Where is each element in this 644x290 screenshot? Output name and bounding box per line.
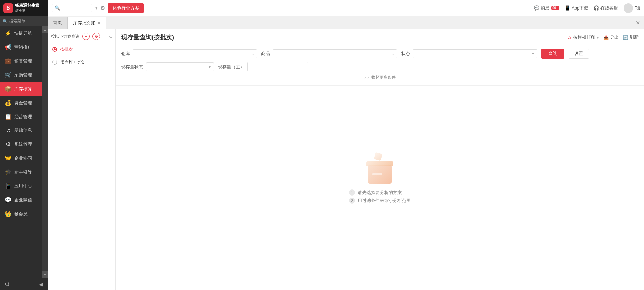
settings-icon: ⚙ (95, 34, 98, 39)
sidebar: 6 畅康通好生意 标准版 🔍 搜索菜单 ⚡ 快捷导航 📢 营销推广 💼 销售管理 (0, 0, 48, 290)
collapse-filter-btn[interactable]: « (109, 34, 112, 39)
empty-tip-1: 1 请先选择要分析的方案 (349, 189, 411, 196)
sidebar-item-newbie[interactable]: 🎓 新手引导 (0, 165, 42, 179)
topbar-search-icon: 🔍 (55, 5, 60, 11)
user-avatar-btn[interactable]: Rit (624, 3, 640, 13)
warehouse-label: 仓库 (121, 51, 130, 57)
edition-label: 标准版 (15, 8, 44, 13)
stock-qty-label: 现存量（主） (218, 64, 244, 70)
logo-icon: 6 (3, 3, 13, 13)
sidebar-item-inventory[interactable]: 📦 库存核算 (0, 82, 42, 96)
dropdown-icon[interactable]: ▾ (95, 5, 98, 11)
collapse-up-icon: ∧∧ (364, 75, 370, 80)
print-btn[interactable]: 🖨 按模板打印 ▾ (567, 34, 599, 40)
add-filter-btn[interactable]: + (82, 33, 90, 40)
sidebar-item-operations[interactable]: 📋 经营管理 (0, 110, 42, 124)
warehouse-field: 仓库 ··· (121, 49, 257, 58)
empty-tips: 1 请先选择要分析的方案 2 用过滤条件来缩小分析范围 (349, 189, 411, 204)
stock-status-field: 现存量状态 ▾ (121, 62, 214, 71)
goods-input-wrap[interactable]: ··· (273, 49, 397, 58)
filter-settings-btn[interactable]: ⚙ (92, 33, 100, 40)
headset-icon: 🎧 (594, 5, 599, 11)
company-name: 畅康通好生意 (15, 3, 44, 8)
shortcut-icon: ⚡ (5, 30, 12, 36)
empty-state: 1 请先选择要分析的方案 2 用过滤条件来缩小分析范围 (116, 86, 644, 290)
warehouse-input-wrap[interactable]: ··· (133, 49, 257, 58)
tip-num-2: 2 (349, 198, 355, 204)
content-area: 按以下方案查询 + ⚙ « 按批次 按仓库+批次 (48, 29, 644, 290)
sidebar-item-label: 应用中心 (14, 183, 32, 189)
topbar-right: 💬 消息 99+ 📱 App下载 🎧 在线客服 Rit (534, 3, 640, 13)
export-btn[interactable]: 📤 导出 (603, 34, 619, 40)
scroll-up-btn[interactable]: ▲ (42, 26, 48, 33)
stock-qty-min-input[interactable] (250, 64, 271, 69)
sidebar-search[interactable]: 🔍 搜索菜单 (0, 16, 48, 26)
sidebar-item-marketing[interactable]: 📢 营销推广 (0, 40, 42, 54)
sidebar-item-label: 企业微信 (14, 197, 32, 203)
qty-dash: — (273, 64, 278, 69)
sidebar-item-enterprise[interactable]: 🤝 企业协同 (0, 151, 42, 165)
tab-panel-close-btn[interactable]: ✕ (635, 19, 640, 26)
filter-item-by-warehouse-batch[interactable]: 按仓库+批次 (48, 56, 115, 69)
sidebar-item-label: 快捷导航 (14, 30, 32, 36)
query-button[interactable]: 查询 (541, 49, 564, 59)
app-download-btn[interactable]: 📱 App下载 (565, 5, 588, 11)
messages-badge: 99+ (551, 6, 559, 10)
sidebar-item-sales[interactable]: 💼 销售管理 (0, 54, 42, 68)
status-label: 状态 (401, 51, 410, 57)
topbar-search-box[interactable]: 🔍 (52, 4, 92, 12)
print-dropdown-icon[interactable]: ▾ (597, 35, 599, 40)
radio-by-batch (52, 47, 57, 52)
apps-icon: 📱 (5, 183, 12, 189)
warehouse-input[interactable] (136, 51, 250, 56)
collapse-row[interactable]: ∧∧ 收起更多条件 (121, 73, 639, 81)
search-form: 仓库 ··· 商品 ··· (116, 44, 644, 86)
refresh-icon: 🔄 (623, 35, 628, 40)
sidebar-item-system[interactable]: ⚙ 系统管理 (0, 137, 42, 151)
sidebar-item-basic[interactable]: 🗂 基础信息 (0, 124, 42, 137)
status-select-wrap[interactable]: ▾ (413, 49, 537, 58)
sidebar-item-label: 经营管理 (14, 114, 32, 120)
stock-status-select[interactable]: ▾ (146, 62, 214, 71)
sidebar-item-member[interactable]: 👑 畅会员 (0, 207, 42, 221)
page-actions: 🖨 按模板打印 ▾ 📤 导出 🔄 刷新 (567, 34, 639, 40)
warehouse-dots[interactable]: ··· (250, 51, 254, 56)
print-label: 按模板打印 (573, 34, 595, 40)
sidebar-item-label: 新手引导 (14, 169, 32, 175)
settings-btn[interactable]: ⚙ (5, 281, 10, 287)
sidebar-item-purchase[interactable]: 🛒 采购管理 (0, 68, 42, 82)
goods-input[interactable] (276, 51, 390, 56)
online-service-btn[interactable]: 🎧 在线客服 (594, 5, 618, 11)
tab-close-icon[interactable]: ✕ (97, 21, 100, 25)
messages-btn[interactable]: 💬 消息 99+ (534, 5, 559, 11)
user-avatar (624, 3, 633, 13)
sidebar-item-shortcut[interactable]: ⚡ 快捷导航 (0, 26, 42, 40)
sidebar-item-finance[interactable]: 💰 资金管理 (0, 96, 42, 110)
experience-btn[interactable]: 体验行业方案 (108, 3, 144, 13)
goods-dots[interactable]: ··· (390, 51, 394, 56)
collapse-label: 收起更多条件 (371, 75, 396, 80)
sales-icon: 💼 (5, 58, 12, 64)
collapse-sidebar-btn[interactable]: ◀ (39, 282, 43, 287)
main-panel: 现存量查询(按批次) 🖨 按模板打印 ▾ 📤 导出 🔄 刷新 (116, 29, 644, 290)
sidebar-item-apps[interactable]: 📱 应用中心 (0, 179, 42, 193)
stock-qty-input-wrap[interactable]: — (247, 62, 308, 71)
enterprise-icon: 🤝 (5, 155, 12, 161)
export-icon: 📤 (603, 35, 609, 40)
sidebar-item-weixin[interactable]: 💬 企业微信 (0, 193, 42, 207)
phone-icon: 📱 (565, 5, 570, 11)
settings-button[interactable]: 设置 (569, 49, 589, 59)
sidebar-item-label: 企业协同 (14, 155, 32, 161)
operations-icon: 📋 (5, 113, 12, 120)
tip-num-1: 1 (349, 189, 355, 196)
stock-status-dropdown-icon: ▾ (209, 65, 211, 69)
status-dropdown-icon: ▾ (532, 51, 534, 56)
stock-qty-max-input[interactable] (281, 64, 301, 69)
refresh-btn[interactable]: 🔄 刷新 (623, 34, 639, 40)
message-icon: 💬 (534, 5, 539, 11)
tab-home[interactable]: 首页 (48, 17, 68, 29)
gear-icon[interactable]: ⚙ (100, 5, 105, 11)
tab-inventory-batch[interactable]: 库存批次账 ✕ (68, 17, 106, 29)
filter-item-by-batch[interactable]: 按批次 (48, 43, 115, 56)
scroll-down-btn[interactable]: ▼ (42, 271, 48, 278)
